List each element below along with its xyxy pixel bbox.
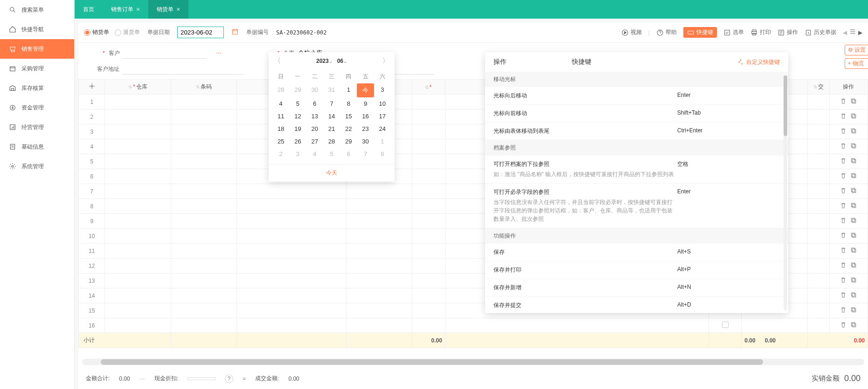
- copy-icon[interactable]: [850, 306, 857, 315]
- print-button[interactable]: 打印: [750, 28, 771, 36]
- delete-icon[interactable]: [840, 217, 847, 225]
- cal-day[interactable]: 28: [323, 135, 340, 148]
- copy-icon[interactable]: [850, 202, 857, 211]
- cal-day[interactable]: 16: [357, 110, 374, 123]
- copy-icon[interactable]: [850, 232, 857, 240]
- copy-icon[interactable]: [850, 217, 857, 225]
- cal-day[interactable]: 27: [306, 135, 323, 148]
- close-icon[interactable]: ×: [176, 6, 180, 13]
- cal-day[interactable]: 5: [323, 148, 340, 160]
- cal-day[interactable]: 4: [272, 97, 289, 110]
- tab-home[interactable]: 首页: [75, 0, 103, 19]
- copy-icon[interactable]: [850, 157, 857, 166]
- help-button[interactable]: 帮助: [656, 28, 677, 36]
- delete-icon[interactable]: [840, 246, 847, 255]
- help-icon[interactable]: ?: [225, 375, 233, 383]
- settings-pill[interactable]: ⚙ 设置: [845, 45, 868, 55]
- cal-day[interactable]: 8: [374, 148, 391, 160]
- copy-icon[interactable]: [850, 187, 857, 196]
- copy-icon[interactable]: [850, 97, 857, 106]
- cal-day[interactable]: 1: [340, 83, 357, 97]
- cal-today-button[interactable]: 今天: [269, 164, 395, 182]
- sidebar-item-quicknav[interactable]: 快捷导航: [0, 20, 74, 39]
- cal-day[interactable]: 13: [306, 110, 323, 123]
- horizontal-scrollbar[interactable]: [82, 359, 864, 365]
- history-button[interactable]: 历史单据: [805, 28, 836, 36]
- cal-prev-icon[interactable]: 〈: [274, 57, 281, 65]
- cal-day[interactable]: 17: [374, 110, 391, 123]
- copy-icon[interactable]: [850, 321, 857, 330]
- cal-day[interactable]: 22: [340, 123, 357, 135]
- delete-icon[interactable]: [840, 306, 847, 315]
- sidebar-item-finance[interactable]: 资金管理: [0, 98, 74, 117]
- cal-day[interactable]: 26: [289, 135, 306, 148]
- copy-icon[interactable]: [850, 261, 857, 270]
- copy-icon[interactable]: [850, 291, 857, 300]
- copy-icon[interactable]: [850, 172, 857, 181]
- cal-month-select[interactable]: 06⌄: [337, 58, 347, 64]
- col-barcode[interactable]: ⇅条码: [171, 80, 236, 95]
- cal-day[interactable]: 10: [374, 97, 391, 110]
- cal-day[interactable]: 31: [323, 83, 340, 97]
- calendar-icon[interactable]: [231, 28, 239, 37]
- checkbox[interactable]: [722, 321, 729, 328]
- cal-day[interactable]: 1: [374, 135, 391, 148]
- cal-day[interactable]: 5: [289, 97, 306, 110]
- list-icon[interactable]: [849, 28, 856, 37]
- copy-icon[interactable]: [850, 142, 857, 151]
- col-gear[interactable]: [79, 80, 105, 95]
- col-req[interactable]: ⇅*: [412, 80, 445, 95]
- delete-icon[interactable]: [840, 142, 847, 151]
- delete-icon[interactable]: [840, 321, 847, 330]
- cal-day[interactable]: 24: [374, 123, 391, 135]
- cal-day[interactable]: 28: [272, 83, 289, 97]
- delete-icon[interactable]: [840, 232, 847, 240]
- delete-icon[interactable]: [840, 276, 847, 285]
- cal-day[interactable]: 23: [357, 123, 374, 135]
- cal-day[interactable]: 6: [306, 97, 323, 110]
- col-deliver[interactable]: ⇅交: [807, 80, 829, 95]
- delete-icon[interactable]: [840, 97, 847, 106]
- copy-icon[interactable]: [850, 246, 857, 255]
- cal-day[interactable]: 6: [340, 148, 357, 160]
- radio-sales[interactable]: 销货单: [84, 28, 109, 36]
- cal-day[interactable]: 3: [289, 148, 306, 160]
- cal-day[interactable]: 30: [306, 83, 323, 97]
- cal-year-select[interactable]: 2023⌄: [316, 58, 333, 64]
- tab-sales-invoice[interactable]: 销货单×: [148, 0, 188, 19]
- address-input[interactable]: [122, 63, 243, 75]
- delete-icon[interactable]: [840, 202, 847, 211]
- customize-shortcuts-button[interactable]: 自定义快捷键: [737, 58, 780, 66]
- video-button[interactable]: 视频: [621, 28, 642, 36]
- sidebar-item-purchase[interactable]: 采购管理: [0, 59, 74, 78]
- operate-button[interactable]: 操作: [778, 28, 798, 36]
- next-icon[interactable]: ▶: [858, 29, 862, 36]
- cal-day[interactable]: 8: [340, 97, 357, 110]
- discount-input[interactable]: [187, 377, 215, 380]
- cal-day[interactable]: 19: [289, 123, 306, 135]
- delete-icon[interactable]: [840, 172, 847, 181]
- sidebar-item-system[interactable]: 系统管理: [0, 157, 74, 176]
- sidebar-item-search[interactable]: 搜索菜单: [0, 0, 74, 20]
- customer-input[interactable]: [123, 48, 207, 59]
- sidebar-item-inventory[interactable]: 库存核算: [0, 78, 74, 98]
- radio-return[interactable]: 退货单: [115, 28, 140, 36]
- cal-day[interactable]: 25: [272, 135, 289, 148]
- vertical-scrollbar[interactable]: [784, 75, 787, 310]
- more-icon[interactable]: ⋯: [216, 50, 222, 56]
- cal-day[interactable]: 2: [272, 148, 289, 160]
- cal-day[interactable]: 21: [323, 123, 340, 135]
- cal-day[interactable]: 7: [323, 97, 340, 110]
- cal-day[interactable]: 29: [340, 135, 357, 148]
- copy-icon[interactable]: [850, 112, 857, 121]
- cal-day[interactable]: 14: [323, 110, 340, 123]
- delete-icon[interactable]: [840, 291, 847, 300]
- logistics-pill[interactable]: + 物流: [845, 58, 868, 69]
- cal-day[interactable]: 7: [357, 148, 374, 160]
- cal-day[interactable]: 18: [272, 123, 289, 135]
- sidebar-item-basicinfo[interactable]: 基础信息: [0, 137, 74, 157]
- date-input[interactable]: [177, 27, 224, 38]
- sidebar-item-business[interactable]: 经营管理: [0, 117, 74, 137]
- cal-next-icon[interactable]: 〉: [382, 57, 389, 65]
- delete-icon[interactable]: [840, 261, 847, 270]
